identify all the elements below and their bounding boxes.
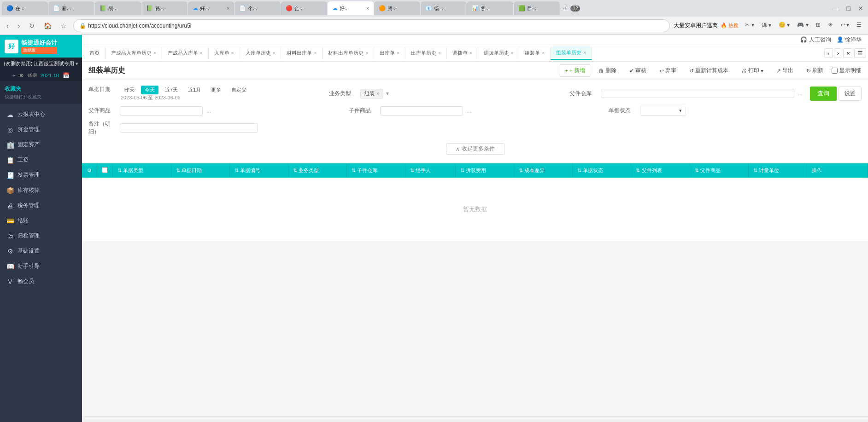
tab-2[interactable]: 📄 新... xyxy=(48,1,94,15)
company-selector[interactable]: (勿删勿禁用) 江西服宝测试专用 ▾ xyxy=(0,58,82,70)
query-button[interactable]: 查询 xyxy=(810,87,837,101)
remark-input[interactable] xyxy=(120,123,258,133)
date-today[interactable]: 今天 xyxy=(141,86,158,94)
period-value[interactable]: 2021-10 xyxy=(41,73,59,78)
th-status[interactable]: ⇅ 单据状态 xyxy=(573,163,631,178)
sub-tab-transfer-history-close[interactable]: × xyxy=(511,51,514,56)
hot-search-label[interactable]: 🔥 热搜 xyxy=(721,22,739,29)
sub-tab-transfer[interactable]: 调拨单 × xyxy=(447,47,478,59)
th-disassemble-fee[interactable]: ⇅ 拆装费用 xyxy=(456,163,514,178)
filter-settings-button[interactable]: 设置 xyxy=(839,87,862,101)
cut-icon[interactable]: ✂ ▾ xyxy=(742,21,757,30)
game-icon[interactable]: 🎮 ▾ xyxy=(794,21,811,30)
home-button[interactable]: 🏠 xyxy=(41,21,54,30)
sub-tab-outbound-history-close[interactable]: × xyxy=(438,51,441,56)
parent-goods-input[interactable] xyxy=(120,106,203,116)
column-settings-icon[interactable]: ⚙ xyxy=(87,168,92,173)
tab-5-close[interactable]: × xyxy=(227,6,229,11)
brightness-icon[interactable]: ☀ xyxy=(825,21,836,30)
status-select[interactable]: ▾ xyxy=(640,106,686,116)
sub-goods-input[interactable] xyxy=(380,106,463,116)
sub-tab-material-out-history[interactable]: 材料出库单历史 × xyxy=(323,47,374,59)
user-avatar[interactable]: 👤 徐泽华 xyxy=(837,36,862,44)
th-biz-type[interactable]: ⇅ 业务类型 xyxy=(288,163,346,178)
print-button[interactable]: 🖨 打印 ▾ xyxy=(737,65,768,76)
date-yesterday[interactable]: 昨天 xyxy=(121,86,138,94)
th-settings[interactable]: ⚙ xyxy=(82,163,97,178)
tab-7[interactable]: 🔴 企... xyxy=(281,1,327,15)
parent-goods-dots[interactable]: ... xyxy=(206,108,211,114)
th-checkbox[interactable] xyxy=(97,163,112,178)
parent-warehouse-input[interactable] xyxy=(601,89,794,98)
sidebar-item-fund-mgmt[interactable]: ◎ 资金管理 xyxy=(0,122,82,137)
back-button[interactable]: ‹ xyxy=(4,21,12,30)
tab-12[interactable]: 🟩 目... xyxy=(514,1,560,15)
sub-tab-transfer-close[interactable]: × xyxy=(469,51,472,56)
sub-goods-dots[interactable]: ... xyxy=(467,108,471,114)
reload-button[interactable]: ↻ xyxy=(26,21,37,30)
sidebar-item-invoice[interactable]: 🧾 发票管理 xyxy=(0,168,82,183)
tab-more-icon[interactable]: ☰ xyxy=(854,48,866,58)
sidebar-item-tax[interactable]: 🖨 税务管理 xyxy=(0,198,82,213)
sidebar-item-checkout[interactable]: 💳 结账 xyxy=(0,213,82,228)
sub-tab-inbound-history[interactable]: 入库单历史 × xyxy=(240,47,282,59)
date-custom[interactable]: 自定义 xyxy=(228,86,250,94)
review-button[interactable]: ✔ 审核 xyxy=(625,65,651,76)
show-detail-toggle[interactable]: 显示明细 xyxy=(832,67,862,75)
tab-4[interactable]: 📗 易... xyxy=(141,1,188,15)
sub-tab-finished-history-close[interactable]: × xyxy=(153,51,156,56)
new-tab-button[interactable]: + xyxy=(560,4,570,12)
date-more[interactable]: 更多 xyxy=(207,86,225,94)
sub-tab-material-out-history-close[interactable]: × xyxy=(365,51,368,56)
sub-tab-assembly-history[interactable]: 组装单历史 × xyxy=(551,46,592,60)
tab-3[interactable]: 📗 易... xyxy=(95,1,141,15)
translate-icon[interactable]: 译 ▾ xyxy=(759,21,774,30)
sidebar-item-settings[interactable]: ⚙ 基础设置 xyxy=(0,243,82,259)
forward-button[interactable]: › xyxy=(15,21,23,30)
th-type[interactable]: ⇅ 单据类型 xyxy=(112,163,171,178)
tab-8[interactable]: ☁ 好... × xyxy=(328,1,374,15)
sub-tab-inbound-close[interactable]: × xyxy=(231,51,234,56)
sidebar-item-archive[interactable]: 🗂 归档管理 xyxy=(0,228,82,243)
sub-tab-transfer-history[interactable]: 调拨单历史 × xyxy=(478,47,520,59)
abandon-button[interactable]: ↩ 弃审 xyxy=(655,65,681,76)
sidebar-item-inventory[interactable]: 📦 库存核算 xyxy=(0,183,82,198)
th-parent-list[interactable]: ⇅ 父件列表 xyxy=(631,163,690,178)
minimize-button[interactable]: — xyxy=(830,4,842,13)
sidebar-item-guide[interactable]: 📖 新手引导 xyxy=(0,259,82,274)
recalc-button[interactable]: ↺ 重新计算成本 xyxy=(685,65,733,76)
sidebar-item-fixed-assets[interactable]: 🏢 固定资产 xyxy=(0,137,82,152)
parent-warehouse-dots[interactable]: ... xyxy=(798,90,803,97)
sub-tab-home[interactable]: 首页 xyxy=(84,47,106,59)
sub-tab-finished-close[interactable]: × xyxy=(200,51,203,56)
sub-tab-outbound-close[interactable]: × xyxy=(397,51,399,56)
date-7days[interactable]: 近7天 xyxy=(161,86,182,94)
sidebar-item-payroll[interactable]: 📋 工资 xyxy=(0,152,82,168)
business-type-dropdown[interactable]: ▾ xyxy=(386,90,389,97)
th-parent-goods[interactable]: ⇅ 父件商品 xyxy=(690,163,748,178)
tab-5[interactable]: ☁ 好... × xyxy=(188,1,234,15)
export-button[interactable]: ↗ 导出 xyxy=(772,65,798,76)
grid-icon[interactable]: ⊞ xyxy=(813,21,823,30)
customer-service-btn[interactable]: 🎧 人工咨询 xyxy=(800,36,831,44)
business-type-tag-remove[interactable]: × xyxy=(376,91,379,96)
table-container[interactable]: ⚙ ⇅ 单据类型 ⇅ 单据日期 ⇅ 单据编号 xyxy=(82,163,868,416)
th-sub-warehouse[interactable]: ⇅ 子件仓库 xyxy=(347,163,405,178)
tab-scroll-right[interactable]: › xyxy=(834,48,842,58)
date-1month[interactable]: 近1月 xyxy=(184,86,205,94)
calendar-icon[interactable]: 📅 xyxy=(63,72,70,79)
collapse-button[interactable]: ∧ 收起更多条件 xyxy=(446,143,504,155)
maximize-button[interactable]: □ xyxy=(844,4,853,13)
sub-tab-assembly[interactable]: 组装单 × xyxy=(519,47,551,59)
sidebar-item-cloud-report[interactable]: ☁ 云报表中心 xyxy=(0,107,82,122)
url-bar[interactable]: 🔒 https://cloud.chanjet.com/accounting/u… xyxy=(73,19,670,32)
tab-scroll-left[interactable]: ‹ xyxy=(824,48,833,58)
horizontal-scrollbar[interactable] xyxy=(82,416,868,422)
sub-tab-finished-history[interactable]: 产成品入库单历史 × xyxy=(106,47,162,59)
bookmark-button[interactable]: ☆ xyxy=(58,21,70,30)
tab-11[interactable]: 📊 各... xyxy=(467,1,513,15)
th-unit[interactable]: ⇅ 计量单位 xyxy=(748,163,807,178)
sub-tab-material-out-close[interactable]: × xyxy=(314,51,317,56)
sidebar-item-vip[interactable]: V 畅会员 xyxy=(0,274,82,289)
new-button[interactable]: + + 新增 xyxy=(560,64,590,77)
